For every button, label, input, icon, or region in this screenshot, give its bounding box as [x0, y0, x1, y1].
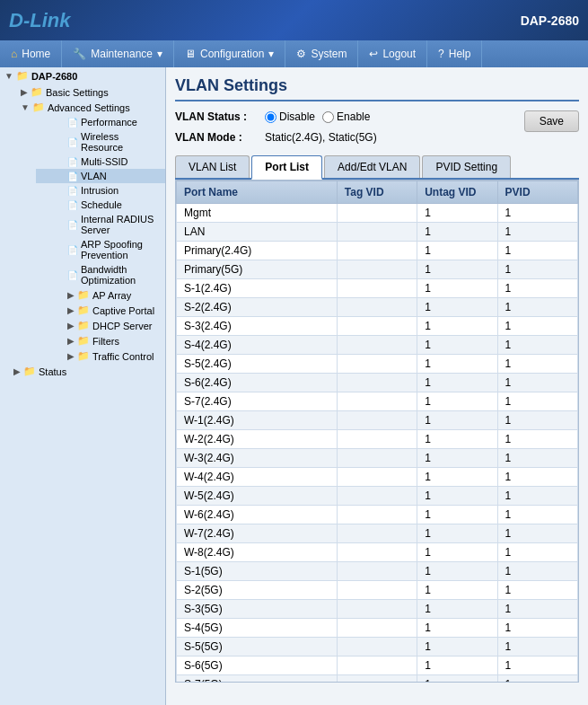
chevron-down-icon: ▾: [157, 48, 162, 60]
table-cell-13-2: 1: [417, 449, 497, 468]
main-layout: ▼ 📁 DAP-2680 ▶ 📁 Basic Settings ▼ 📁 Adva…: [0, 67, 588, 705]
sidebar-subitems: 📄 Performance 📄 Wireless Resource 📄 Mult…: [13, 115, 165, 364]
table-cell-20-2: 1: [417, 581, 497, 600]
sidebar-item-arp-spoofing[interactable]: 📄 ARP Spoofing Prevention: [36, 237, 165, 262]
nav-help-label: Help: [449, 48, 471, 60]
page-icon: 📄: [67, 118, 78, 128]
table-cell-18-0: W-8(2.4G): [177, 543, 338, 562]
table-cell-3-0: Primary(5G): [177, 260, 338, 279]
sidebar-basic-settings[interactable]: ▶ 📁 Basic Settings: [13, 84, 165, 100]
sidebar-item-dhcp-server[interactable]: ▶ 📁 DHCP Server: [36, 318, 165, 333]
model-label: DAP-2680: [521, 13, 579, 28]
table-row: W-3(2.4G)11: [177, 449, 578, 468]
tab-port-list[interactable]: Port List: [251, 155, 322, 180]
table-cell-24-2: 1: [417, 657, 497, 675]
vlan-status-radio-group: Disable Enable: [265, 110, 370, 123]
tab-vlan-list[interactable]: VLAN List: [175, 155, 250, 178]
tabs: VLAN List Port List Add/Edt VLAN PVID Se…: [175, 155, 579, 180]
sidebar-item-filters[interactable]: ▶ 📁 Filters: [36, 333, 165, 348]
table-cell-24-1: [337, 657, 417, 675]
table-row: S-7(5G)11: [177, 675, 578, 683]
table-cell-19-1: [337, 562, 417, 581]
expand-icon: ▶: [13, 366, 21, 376]
page-icon: 📄: [67, 245, 78, 255]
expand-icon: ▶: [21, 87, 28, 97]
table-cell-18-2: 1: [417, 543, 497, 562]
table-cell-10-0: S-7(2.4G): [177, 392, 338, 411]
table-cell-23-2: 1: [417, 638, 497, 657]
table-cell-7-3: 1: [497, 336, 577, 355]
table-cell-17-3: 1: [497, 524, 577, 543]
vlan-status-row: VLAN Status : Disable Enable: [175, 110, 377, 123]
sidebar-item-captive-portal[interactable]: ▶ 📁 Captive Portal: [36, 303, 165, 318]
table-cell-16-1: [337, 506, 417, 524]
nav-maintenance-label: Maintenance: [91, 48, 153, 60]
sidebar-advanced-settings[interactable]: ▼ 📁 Advanced Settings: [13, 100, 165, 115]
table-cell-11-0: W-1(2.4G): [177, 411, 338, 430]
save-button[interactable]: Save: [524, 110, 579, 132]
nav-help[interactable]: ? Help: [427, 40, 482, 67]
table-row: S-6(5G)11: [177, 657, 578, 675]
nav-logout[interactable]: ↩ Logout: [358, 40, 427, 67]
sidebar-item-wireless-resource[interactable]: 📄 Wireless Resource: [36, 129, 165, 154]
vlan-status-disable-label: Disable: [279, 110, 315, 123]
tab-add-edt-vlan[interactable]: Add/Edt VLAN: [324, 155, 420, 178]
table-cell-21-2: 1: [417, 600, 497, 619]
table-cell-5-2: 1: [417, 298, 497, 317]
vlan-mode-value: Static(2.4G), Static(5G): [265, 131, 377, 144]
sidebar-item-ap-array[interactable]: ▶ 📁 AP Array: [36, 287, 165, 303]
tab-pvid-setting[interactable]: PVID Setting: [422, 155, 511, 178]
port-list-table: Port Name Tag VID Untag VID PVID Mgmt11L…: [176, 181, 578, 683]
table-cell-4-2: 1: [417, 279, 497, 298]
help-icon: ?: [438, 48, 444, 60]
table-cell-1-1: [337, 223, 417, 242]
vlan-status-disable-option[interactable]: Disable: [265, 110, 315, 123]
table-cell-10-3: 1: [497, 392, 577, 411]
sidebar-root[interactable]: ▼ 📁 DAP-2680: [0, 67, 165, 84]
sidebar: ▼ 📁 DAP-2680 ▶ 📁 Basic Settings ▼ 📁 Adva…: [0, 67, 166, 705]
table-cell-14-1: [337, 468, 417, 487]
sidebar-item-performance[interactable]: 📄 Performance: [36, 115, 165, 129]
table-cell-21-1: [337, 600, 417, 619]
vlan-status-enable-option[interactable]: Enable: [322, 110, 370, 123]
table-cell-12-3: 1: [497, 430, 577, 449]
nav-home[interactable]: ⌂ Home: [0, 40, 62, 67]
table-cell-12-2: 1: [417, 430, 497, 449]
sidebar-item-multi-ssid[interactable]: 📄 Multi-SSID: [36, 154, 165, 169]
sidebar-status[interactable]: ▶ 📁 Status: [0, 364, 165, 379]
sidebar-item-bandwidth[interactable]: 📄 Bandwidth Optimization: [36, 262, 165, 287]
sidebar-item-schedule[interactable]: 📄 Schedule: [36, 198, 165, 212]
table-cell-23-0: S-5(5G): [177, 638, 338, 657]
sidebar-item-internal-radius[interactable]: 📄 Internal RADIUS Server: [36, 212, 165, 237]
expand-icon: ▶: [67, 290, 75, 300]
table-cell-22-3: 1: [497, 619, 577, 638]
sidebar-item-traffic-control[interactable]: ▶ 📁 Traffic Control: [36, 348, 165, 364]
vlan-status-disable-radio[interactable]: [265, 111, 276, 123]
table-cell-15-3: 1: [497, 487, 577, 506]
vlan-status-enable-radio[interactable]: [322, 111, 334, 123]
expand-icon: ▶: [67, 321, 75, 330]
sidebar-advanced-settings-label: Advanced Settings: [48, 102, 130, 113]
sidebar-basic-settings-group: ▶ 📁 Basic Settings: [0, 84, 165, 100]
table-cell-14-0: W-4(2.4G): [177, 468, 338, 487]
table-cell-9-0: S-6(2.4G): [177, 374, 338, 392]
page-icon: 📄: [67, 220, 78, 230]
folder-icon: 📁: [77, 289, 90, 301]
table-cell-6-2: 1: [417, 317, 497, 336]
table-cell-0-3: 1: [497, 204, 577, 223]
table-cell-7-1: [337, 336, 417, 355]
table-cell-4-0: S-1(2.4G): [177, 279, 338, 298]
table-cell-8-1: [337, 355, 417, 374]
table-row: S-4(2.4G)11: [177, 336, 578, 355]
sidebar-item-vlan[interactable]: 📄 VLAN: [36, 169, 165, 183]
sidebar-item-intrusion[interactable]: 📄 Intrusion: [36, 183, 165, 198]
table-cell-19-0: S-1(5G): [177, 562, 338, 581]
logo: D-Link: [9, 9, 70, 32]
nav-system[interactable]: ⚙ System: [285, 40, 358, 67]
nav-maintenance[interactable]: 🔧 Maintenance ▾: [62, 40, 174, 67]
table-cell-12-1: [337, 430, 417, 449]
table-cell-22-1: [337, 619, 417, 638]
header: D-Link DAP-2680: [0, 0, 588, 40]
nav-configuration[interactable]: 🖥 Configuration ▾: [174, 40, 285, 67]
table-cell-16-3: 1: [497, 506, 577, 524]
